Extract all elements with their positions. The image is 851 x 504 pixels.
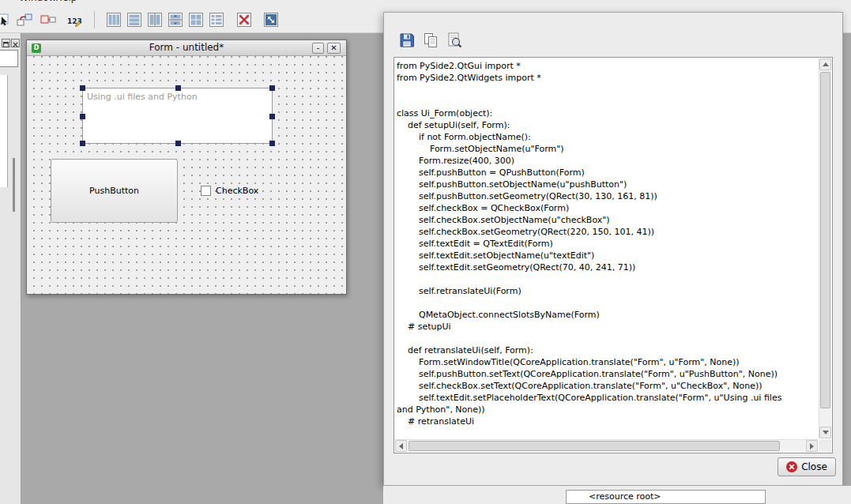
scroll-right-button[interactable] — [806, 440, 818, 452]
menu-help[interactable]: Help — [55, 0, 77, 3]
layout-form-button[interactable] — [206, 9, 227, 30]
vertical-scroll-thumb[interactable] — [820, 72, 830, 408]
code-line: self.retranslateUi(Form) — [397, 285, 816, 297]
save-icon — [398, 32, 416, 49]
code-line — [397, 96, 816, 107]
pushbutton-widget[interactable]: PushButton — [51, 159, 178, 223]
code-line: from PySide2.QtGui import * — [397, 60, 816, 72]
code-line: self.checkBox.setObjectName(u"checkBox") — [397, 214, 816, 226]
code-line — [397, 333, 816, 344]
resource-browser-panel: <resource root> — [566, 490, 766, 504]
code-line: and Python", None)) — [397, 404, 816, 416]
layout-splitter-horizontal-button[interactable] — [145, 9, 165, 30]
code-line: from PySide2.QtWidgets import * — [397, 72, 816, 84]
form-editor-window[interactable]: D Form - untitled* - ✕ Using .ui files a… — [26, 39, 347, 295]
widget-filter-input[interactable] — [0, 50, 18, 67]
code-line: self.checkBox.setGeometry(QRect(220, 150… — [397, 226, 816, 238]
layout-splitter-vertical-button[interactable] — [165, 9, 186, 30]
break-layout-button[interactable] — [234, 9, 254, 30]
code-line: QMetaObject.connectSlotsByName(Form) — [397, 309, 816, 321]
selection-handle[interactable] — [269, 141, 275, 146]
close-button-label: Close — [801, 461, 827, 472]
code-line: self.checkBox = QCheckBox(Form) — [397, 202, 816, 214]
dock-float-icon — [3, 36, 9, 51]
widget-box-scrollbar[interactable] — [13, 158, 15, 212]
copy-button[interactable] — [420, 30, 441, 51]
layout-grid-icon — [187, 11, 205, 28]
code-preview-dialog: from PySide2.QtGui import *from PySide2.… — [383, 12, 843, 486]
find-icon — [446, 32, 463, 49]
code-line: self.textEdit.setGeometry(QRect(70, 40, … — [397, 261, 816, 273]
code-line: class Ui_Form(object): — [397, 107, 816, 119]
code-line: # setupUi — [397, 321, 816, 333]
widget-box-list[interactable] — [0, 75, 8, 187]
layout-horizontal-button[interactable] — [104, 9, 124, 30]
arrow-right-icon — [810, 443, 814, 449]
horizontal-scroll-thumb[interactable] — [409, 441, 780, 451]
code-line: if not Form.objectName(): — [397, 131, 816, 143]
scroll-down-button[interactable] — [819, 427, 831, 438]
code-line: self.pushButton.setText(QCoreApplication… — [397, 368, 816, 380]
adjust-size-button[interactable] — [261, 9, 281, 30]
code-line: self.textEdit.setPlaceholderText(QCoreAp… — [397, 392, 816, 404]
form-minimize-button[interactable]: - — [312, 43, 324, 54]
vertical-scrollbar[interactable] — [819, 58, 831, 438]
code-line: self.textEdit.setObjectName(u"textEdit") — [397, 250, 816, 261]
code-view[interactable]: from PySide2.QtGui import *from PySide2.… — [393, 57, 833, 453]
resource-root-item[interactable]: <resource root> — [567, 491, 765, 503]
layout-form-icon — [208, 11, 225, 28]
form-close-button[interactable]: ✕ — [327, 43, 341, 54]
edit-signals-slots-button[interactable] — [14, 9, 35, 30]
checkbox-label: CheckBox — [216, 186, 258, 196]
code-line: self.checkBox.setText(QCoreApplication.t… — [397, 380, 816, 392]
scroll-up-button[interactable] — [819, 58, 831, 70]
selection-handle[interactable] — [175, 85, 181, 91]
selection-handle[interactable] — [80, 114, 85, 119]
edit-buddies-icon — [40, 11, 57, 28]
close-button[interactable]: Close — [778, 457, 836, 476]
selection-handle[interactable] — [269, 114, 275, 119]
arrow-down-icon — [823, 431, 829, 434]
textedit-selection: Using .ui files and Python — [82, 88, 273, 144]
code-line: # retranslateUi — [397, 416, 816, 427]
checkbox-indicator[interactable] — [201, 186, 211, 196]
edit-widgets-icon — [0, 11, 12, 28]
horizontal-scrollbar[interactable] — [395, 439, 818, 452]
edit-widgets-button[interactable] — [0, 9, 13, 30]
form-window-titlebar[interactable]: D Form - untitled* - ✕ — [27, 40, 346, 56]
toolbar-separator — [94, 11, 95, 28]
layout-vertical-icon — [126, 11, 143, 28]
edit-signals-slots-icon — [16, 11, 33, 28]
copy-icon — [422, 32, 439, 49]
edit-buddies-button[interactable] — [38, 9, 58, 30]
scroll-left-button[interactable] — [395, 440, 407, 452]
edit-tab-order-button[interactable]: 123 — [63, 9, 84, 30]
textedit-widget[interactable]: Using .ui files and Python — [82, 88, 273, 144]
selection-handle[interactable] — [175, 141, 181, 146]
layout-grid-button[interactable] — [186, 9, 206, 30]
checkbox-widget[interactable]: CheckBox — [201, 175, 281, 207]
dock-close-button[interactable] — [11, 39, 20, 47]
layout-splitter-horizontal-icon — [146, 11, 164, 28]
selection-handle[interactable] — [269, 85, 275, 91]
menu-window[interactable]: Window — [19, 0, 56, 3]
code-line: self.pushButton.setObjectName(u"pushButt… — [397, 179, 816, 190]
code-line: self.pushButton = QPushButton(Form) — [397, 167, 816, 179]
layout-vertical-button[interactable] — [124, 9, 145, 30]
qt-designer-screen: Window Help 123 — [0, 0, 851, 504]
widget-box-dock — [0, 33, 21, 504]
code-line: def retranslateUi(self, Form): — [397, 344, 816, 356]
resource-browser-strip: <resource root> — [383, 486, 851, 504]
selection-handle[interactable] — [80, 85, 85, 91]
selection-handle[interactable] — [80, 141, 85, 146]
find-button[interactable] — [444, 30, 465, 51]
code-line: Form.setWindowTitle(QCoreApplication.tra… — [397, 356, 816, 368]
save-button[interactable] — [397, 30, 417, 51]
form-window-title: Form - untitled* — [27, 42, 346, 53]
adjust-size-icon — [262, 11, 280, 28]
layout-splitter-vertical-icon — [167, 11, 184, 28]
layout-horizontal-icon — [105, 11, 122, 28]
edit-tab-order-icon: 123 — [65, 11, 82, 28]
form-canvas[interactable]: Using .ui files and Python PushButton Ch… — [27, 56, 346, 294]
dock-float-button[interactable] — [2, 39, 10, 47]
